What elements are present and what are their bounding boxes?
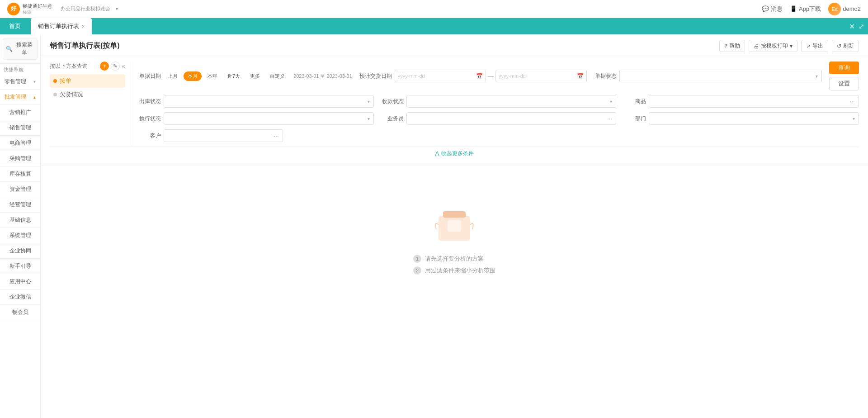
sidebar-label-basic-info: 基础信息 [9, 217, 31, 223]
print-icon: 🖨 [754, 43, 759, 49]
sidebar-item-newbie[interactable]: 新手引导 [0, 259, 40, 274]
tab-active[interactable]: 销售订单执行表 × [31, 18, 92, 34]
sidebar-item-retail[interactable]: 零售管理 ▾ [0, 74, 40, 90]
sidebar-item-ecommerce[interactable]: 电商管理 [0, 136, 40, 151]
customer-input[interactable]: ··· [164, 129, 283, 142]
hint-num-1: 1 [413, 255, 421, 263]
goods-input[interactable]: ··· [649, 95, 859, 108]
settings-button[interactable]: 设置 [829, 77, 859, 90]
scheme-item-order[interactable]: 按单 [50, 74, 125, 88]
scheme-item-shortage[interactable]: 欠货情况 [50, 88, 125, 101]
logo-area: 好 畅捷通好生意 标版 [7, 3, 52, 15]
sidebar-item-sales[interactable]: 销售管理 [0, 120, 40, 136]
payment-status-select[interactable]: ▾ [406, 95, 617, 108]
date-btn-more[interactable]: 更多 [246, 71, 264, 81]
expected-date-start-placeholder: yyyy-mm-dd [398, 73, 425, 79]
user-area[interactable]: Ea demo2 [828, 3, 861, 15]
salesperson-more-icon[interactable]: ··· [607, 115, 613, 122]
app-name: 畅捷通好生意 [23, 3, 52, 9]
sidebar-label-inventory: 库存核算 [9, 171, 31, 177]
window-close-icon[interactable]: ✕ [849, 22, 855, 31]
top-header: 好 畅捷通好生意 标版 办公用品行业模拟账套 ▾ 💬 消息 📱 App下载 Ea… [0, 0, 868, 18]
sidebar-expand-retail: ▾ [33, 79, 36, 84]
tab-bar-actions: ✕ ⤢ [849, 22, 868, 31]
avatar: Ea [828, 3, 841, 15]
collapse-more-button[interactable]: ⋀ 收起更多条件 [50, 147, 859, 160]
sidebar-item-purchase[interactable]: 采购管理 [0, 151, 40, 166]
sidebar-item-member[interactable]: 畅会员 [0, 305, 40, 320]
collapse-left-panel-button[interactable]: « [122, 62, 125, 70]
avatar-initials: Ea [832, 6, 838, 12]
hint-text-2: 用过滤条件来缩小分析范围 [425, 266, 495, 275]
dept-label: 部门 [623, 115, 646, 123]
customer-more-icon[interactable]: ··· [274, 132, 279, 139]
print-dropdown-icon: ▾ [790, 43, 793, 49]
export-button[interactable]: ↗ 导出 [801, 40, 828, 52]
dept-field: 部门 ▾ [623, 112, 859, 125]
tab-close-icon[interactable]: × [82, 24, 85, 29]
sidebar-item-inventory[interactable]: 库存核算 [0, 166, 40, 182]
print-button[interactable]: 🖨 按模板打印 ▾ [749, 40, 797, 52]
help-icon: ? [724, 43, 727, 49]
sidebar-item-basic-info[interactable]: 基础信息 [0, 213, 40, 228]
status-select[interactable]: ▾ [619, 70, 822, 82]
delivery-status-field: 出库状态 ▾ [138, 95, 374, 108]
edit-scheme-button[interactable]: ✎ [111, 62, 120, 71]
sidebar-item-enterprise-wechat[interactable]: 企业微信 [0, 290, 40, 305]
industry-dropdown-arrow[interactable]: ▾ [116, 6, 118, 11]
exec-status-select[interactable]: ▾ [164, 112, 374, 125]
logo-text: 畅捷通好生意 标版 [23, 3, 52, 15]
expected-date-end[interactable]: yyyy-mm-dd 📅 [495, 70, 587, 82]
sidebar-label-sales: 销售管理 [9, 124, 31, 131]
expected-date-start[interactable]: yyyy-mm-dd 📅 [395, 70, 486, 82]
status-field: 单据状态 ▾ [594, 70, 822, 82]
date-btn-7days[interactable]: 近7天 [223, 71, 244, 81]
sidebar-item-enterprise-collab[interactable]: 企业协同 [0, 243, 40, 259]
content-area: 销售订单执行表(按单) ? 帮助 🖨 按模板打印 ▾ ↗ 导出 [41, 34, 868, 418]
search-menu-button[interactable]: 🔍 搜索菜单 [3, 38, 38, 60]
sidebar-label-wholesale: 批发管理 [5, 93, 26, 101]
sidebar-item-operations[interactable]: 经营管理 [0, 197, 40, 213]
search-icon: 🔍 [6, 46, 13, 52]
tab-home[interactable]: 首页 [0, 18, 30, 34]
refresh-button[interactable]: ↺ 刷新 [832, 40, 859, 52]
scheme-label-shortage: 欠货情况 [60, 90, 83, 99]
delivery-dropdown-icon: ▾ [368, 99, 370, 104]
date-btn-this-year[interactable]: 本年 [203, 71, 222, 81]
quick-nav-label: 快捷导航 [0, 64, 40, 74]
scheme-dot-gray [53, 93, 57, 96]
query-button[interactable]: 查询 [829, 62, 859, 74]
sidebar-item-system[interactable]: 系统管理 [0, 228, 40, 243]
left-panel-header: 按以下方案查询 + ✎ « [50, 62, 125, 71]
status-dropdown-icon: ▾ [816, 74, 818, 79]
export-icon: ↗ [806, 43, 811, 49]
filter-row-4: 客户 ··· [138, 129, 859, 142]
main-layout: 🔍 搜索菜单 快捷导航 零售管理 ▾ 批发管理 ▴ 营销推广 销售管理 电商管理… [0, 34, 868, 418]
delivery-status-select[interactable]: ▾ [164, 95, 374, 108]
window-maximize-icon[interactable]: ⤢ [859, 22, 864, 31]
status-label: 单据状态 [594, 72, 617, 80]
sidebar-item-finance[interactable]: 资金管理 [0, 182, 40, 197]
empty-illustration [432, 202, 477, 247]
payment-status-label: 收款状态 [381, 98, 404, 105]
salesperson-input[interactable]: ··· [406, 112, 617, 125]
dept-select[interactable]: ▾ [649, 112, 859, 125]
page-title: 销售订单执行表(按单) [50, 41, 120, 51]
sidebar-item-wholesale[interactable]: 批发管理 ▴ [0, 90, 40, 105]
add-scheme-button[interactable]: + [100, 62, 109, 71]
sidebar-item-app-center[interactable]: 应用中心 [0, 274, 40, 290]
sidebar-search-area: 🔍 搜索菜单 [0, 34, 40, 64]
print-label: 按模板打印 [761, 42, 788, 50]
sidebar-item-marketing[interactable]: 营销推广 [0, 105, 40, 120]
app-download-action[interactable]: 📱 App下载 [790, 5, 821, 13]
goods-more-icon[interactable]: ··· [849, 98, 855, 105]
delivery-status-label: 出库状态 [138, 98, 161, 105]
help-button[interactable]: ? 帮助 [719, 40, 745, 52]
date-btn-this-month[interactable]: 本月 [184, 71, 202, 81]
left-panel-title: 按以下方案查询 [50, 62, 88, 70]
date-btn-custom[interactable]: 自定义 [266, 71, 289, 81]
message-action[interactable]: 💬 消息 [762, 5, 783, 13]
date-quick-btns: 上月 本月 本年 近7天 更多 自定义 [164, 71, 289, 81]
page-title-bar: 销售订单执行表(按单) ? 帮助 🖨 按模板打印 ▾ ↗ 导出 [41, 34, 868, 56]
date-btn-last-month[interactable]: 上月 [164, 71, 182, 81]
